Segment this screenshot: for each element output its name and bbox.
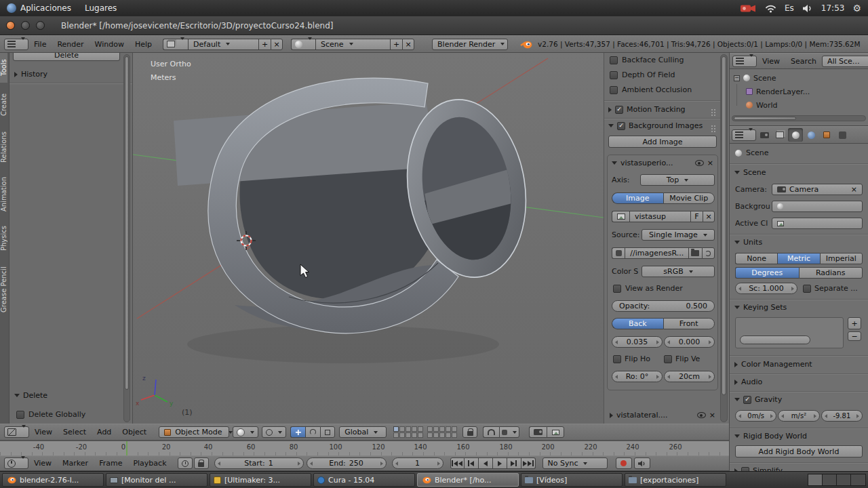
keying-set-empty-field[interactable] — [740, 336, 810, 344]
menu-help[interactable]: Help — [130, 40, 157, 49]
simplify-panel-header[interactable]: Simplify — [734, 466, 783, 471]
applications-menu[interactable]: Aplicaciones — [0, 0, 78, 16]
volume-icon[interactable] — [802, 4, 813, 13]
opacity-slider[interactable]: Opacity: 0.500 — [612, 300, 715, 312]
taskbar-window-exportaciones[interactable]: [exportaciones] — [625, 473, 726, 487]
filepath-icon-button[interactable] — [612, 247, 625, 259]
tab-render-layers[interactable] — [772, 128, 787, 142]
backface-culling-checkbox[interactable] — [610, 56, 618, 64]
taskbar-window-monitor[interactable]: [Monitor del ... — [106, 473, 208, 487]
snap-toggle-button[interactable] — [483, 426, 499, 438]
eye-icon[interactable] — [695, 160, 704, 166]
bg-image-entry-header[interactable]: vistasuperio... × — [612, 159, 713, 167]
opengl-render-button[interactable] — [529, 426, 547, 438]
outliner-filter-dropdown[interactable]: All Scenes — [822, 56, 868, 67]
ambient-occlusion-option[interactable]: Ambient Occlusion — [610, 85, 692, 94]
toolshelf-tab-relations[interactable]: Relations — [0, 126, 7, 168]
size-field[interactable]: 20cm — [664, 371, 715, 382]
clock[interactable]: 17:53 — [821, 3, 845, 13]
taskbar-window-blender-folder[interactable]: blender-2.76-l... — [2, 473, 104, 487]
camera-field[interactable]: Camera × — [772, 184, 863, 195]
toolshelf-tab-tools[interactable]: Tools — [0, 53, 7, 83]
tab-world[interactable] — [804, 128, 818, 142]
remove-bg-image-button[interactable]: × — [707, 159, 713, 167]
view-as-render-option[interactable]: View as Render — [613, 284, 683, 293]
next-keyframe-button[interactable] — [507, 458, 521, 469]
units-panel-header[interactable]: Units — [734, 238, 762, 247]
backface-culling-option[interactable]: Backface Culling — [610, 56, 684, 64]
record-button[interactable] — [616, 458, 632, 469]
manipulator-translate-button[interactable] — [290, 426, 305, 438]
separate-units-checkbox[interactable] — [803, 285, 811, 293]
panel-grip-icon[interactable] — [711, 125, 713, 127]
image-browse-button[interactable] — [612, 211, 629, 222]
screen-layout-selector[interactable]: Default — [188, 39, 258, 50]
jump-to-end-button[interactable] — [521, 458, 536, 469]
wifi-icon[interactable] — [765, 4, 776, 13]
taskbar-window-blender-active[interactable]: Blender* [/ho... — [417, 473, 519, 487]
rigid-body-panel-header[interactable]: Rigid Body World — [734, 432, 807, 441]
layers-widget[interactable] — [393, 426, 457, 438]
outliner-menu-search[interactable]: Search — [785, 57, 822, 66]
toolshelf-tab-animation[interactable]: Animation — [0, 172, 7, 217]
add-layout-button[interactable]: + — [258, 39, 271, 50]
audio-panel-header[interactable]: Audio — [734, 378, 762, 386]
menu-window[interactable]: Window — [90, 40, 130, 49]
tab-render[interactable] — [757, 128, 772, 142]
window-close-button[interactable] — [6, 21, 15, 30]
filepath-field[interactable]: //imagenesR... — [625, 247, 688, 259]
active-clip-field[interactable] — [772, 218, 863, 229]
current-frame-marker[interactable] — [126, 441, 127, 455]
preview-range-button[interactable] — [178, 458, 193, 469]
layers-group-2[interactable] — [427, 426, 457, 438]
source-movieclip-toggle[interactable]: Movie Clip — [663, 192, 715, 204]
outliner-hscrollbar[interactable] — [732, 115, 866, 121]
separate-units-option[interactable]: Separate ... — [803, 284, 858, 293]
color-management-panel-header[interactable]: Color Management — [734, 360, 812, 369]
viewport-shading-selector[interactable] — [233, 426, 258, 438]
units-metric-button[interactable]: Metric — [777, 253, 819, 264]
unit-scale-field[interactable]: Sc: 1.000 — [735, 283, 797, 294]
layers-group-1[interactable] — [393, 426, 423, 438]
jump-to-start-button[interactable] — [450, 458, 465, 469]
render-engine-selector[interactable]: Blender Render — [432, 39, 508, 50]
editor-type-button-info[interactable] — [4, 39, 28, 50]
lock-frame-button[interactable] — [194, 458, 209, 469]
toolshelf-tab-create[interactable]: Create — [0, 87, 7, 122]
add-image-button[interactable]: Add Image — [608, 136, 717, 148]
motion-tracking-checkbox[interactable]: ✓ — [615, 106, 623, 114]
model-3d[interactable] — [174, 78, 538, 363]
outliner-item-renderlayer[interactable]: RenderLayer... — [746, 85, 810, 98]
toolshelf-scrollbar-thumb[interactable] — [125, 56, 129, 390]
object-menu[interactable]: Object — [117, 428, 152, 436]
background-images-checkbox[interactable]: ✓ — [617, 122, 625, 130]
clear-camera-button[interactable]: × — [851, 185, 857, 194]
scene-panel-header[interactable]: Scene — [734, 168, 766, 177]
timeline-menu-marker[interactable]: Marker — [57, 459, 94, 468]
eye-icon[interactable] — [697, 412, 706, 418]
editor-type-button-outliner[interactable] — [732, 56, 757, 67]
unlink-image-button[interactable]: × — [703, 211, 715, 222]
tab-object[interactable] — [819, 128, 834, 142]
image-datablock-name-field[interactable]: vistasup — [629, 211, 690, 222]
flip-horizontal-option[interactable]: Flip Ho — [613, 354, 664, 363]
units-none-button[interactable]: None — [735, 253, 777, 264]
fake-user-button[interactable]: F — [690, 211, 703, 222]
prev-keyframe-button[interactable] — [465, 458, 479, 469]
play-reverse-button[interactable] — [479, 458, 493, 469]
timeline-ruler[interactable]: -40 -20 0 20 40 60 80 100 120 140 160 18… — [0, 441, 729, 455]
toolshelf-tab-physics[interactable]: Physics — [0, 221, 7, 256]
history-panel-header[interactable]: History — [14, 70, 47, 79]
timeline-menu-view[interactable]: View — [28, 459, 57, 468]
workspace-switcher[interactable] — [808, 474, 866, 486]
bg-image-entry2-header[interactable]: vistalateral.... × — [610, 411, 715, 420]
motion-tracking-panel-header[interactable]: ✓ Motion Tracking — [608, 105, 717, 114]
open-file-button[interactable] — [688, 247, 701, 259]
sync-mode-selector[interactable]: No Sync — [542, 458, 608, 469]
keyboard-layout-indicator[interactable]: Es — [785, 3, 794, 13]
layer-cell-active[interactable] — [393, 426, 399, 432]
window-maximize-button[interactable] — [36, 21, 45, 30]
front-toggle[interactable]: Front — [663, 318, 715, 329]
manipulator-rotate-button[interactable] — [305, 426, 320, 438]
places-menu[interactable]: Lugares — [78, 0, 123, 16]
